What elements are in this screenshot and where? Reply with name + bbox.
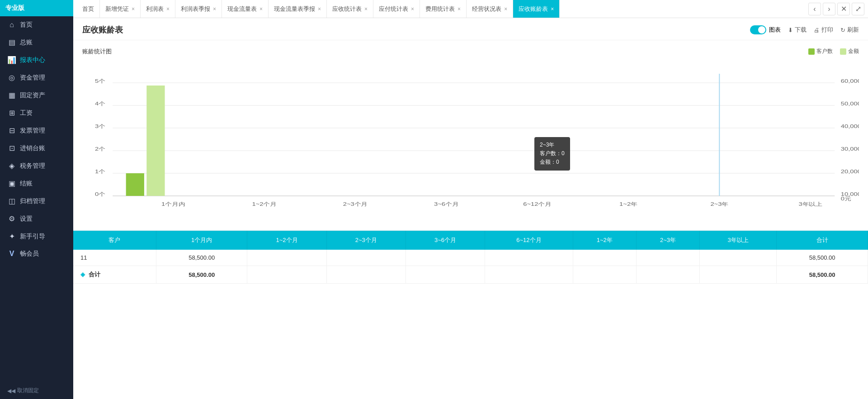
svg-text:3个: 3个 (95, 124, 105, 129)
tab-cashflow[interactable]: 现金流量表 × (222, 0, 269, 18)
svg-text:30,000.00元: 30,000.00元 (841, 146, 859, 152)
toggle-track[interactable] (750, 25, 766, 34)
sidebar-item-tax[interactable]: ◈ 税务管理 (0, 157, 73, 175)
cell-m12 (247, 250, 326, 266)
tab-ar-aging[interactable]: 应收账龄表 × (513, 0, 560, 18)
tab-cashflow-close[interactable]: × (259, 6, 263, 12)
tab-maximize-button[interactable]: ⤢ (852, 3, 864, 15)
cell-m612 (485, 250, 573, 266)
tab-profit-q-close[interactable]: × (213, 6, 216, 12)
tab-profit-q[interactable]: 利润表季报 × (175, 0, 222, 18)
cell-customer: 11 (73, 250, 156, 266)
tab-ar-aging-close[interactable]: × (551, 6, 554, 12)
sidebar-item-label: 固定资产 (20, 91, 45, 100)
tab-profit[interactable]: 利润表 × (141, 0, 175, 18)
svg-text:2个: 2个 (95, 146, 105, 152)
tab-business-close[interactable]: × (504, 6, 507, 12)
sidebar-item-label: 新手引导 (20, 233, 45, 241)
print-button[interactable]: 🖨 打印 (814, 26, 833, 34)
sidebar-item-settings[interactable]: ⚙ 设置 (0, 210, 73, 228)
tab-voucher-close[interactable]: × (132, 6, 135, 12)
tab-cashflow-q[interactable]: 现金流量表季报 × (269, 0, 327, 18)
sidebar-item-label: 工资 (20, 109, 33, 117)
tab-cashflow-label: 现金流量表 (227, 5, 257, 13)
sidebar-item-inventory[interactable]: ⊡ 进销台账 (0, 139, 73, 157)
tab-ap-stat[interactable]: 应付统计表 × (373, 0, 420, 18)
tab-expense-label: 费用统计表 (425, 5, 455, 13)
tab-profit-label: 利润表 (146, 5, 164, 13)
tab-bar: 首页 新增凭证 × 利润表 × 利润表季报 × 现金流量表 × 现金流量表季报 … (73, 0, 868, 18)
bar-amount-0 (146, 86, 165, 196)
th-y3plus: 3年以上 (700, 231, 777, 250)
payroll-icon: ⊞ (7, 109, 16, 117)
tab-home[interactable]: 首页 (77, 0, 100, 18)
refresh-label: 刷新 (847, 26, 859, 34)
sidebar-item-assets[interactable]: ▦ 固定资产 (0, 86, 73, 104)
cell-m36 (406, 250, 485, 266)
data-table: 客户 1个月内 1~2个月 2~3个月 3~6个月 6~12个月 1~2年 2~… (73, 231, 868, 284)
chart-toggle-label: 图表 (769, 26, 781, 34)
svg-text:4个: 4个 (95, 101, 105, 107)
archive-icon: ◫ (7, 197, 16, 205)
closing-icon: ▣ (7, 179, 16, 188)
sidebar-item-home[interactable]: ⌂ 首页 (0, 16, 73, 33)
tab-profit-close[interactable]: × (166, 6, 170, 12)
tab-voucher[interactable]: 新增凭证 × (100, 0, 141, 18)
legend-customer-count-color (808, 48, 815, 55)
tab-expense[interactable]: 费用统计表 × (420, 0, 467, 18)
total-y23 (636, 266, 699, 284)
tab-ar-stat[interactable]: 应收统计表 × (327, 0, 373, 18)
download-icon: ⬇ (788, 27, 793, 33)
sidebar: 专业版 ⌂ 首页 ▤ 总账 📊 报表中心 ◎ 资金管理 ▦ 固定资产 ⊞ 工资 … (0, 0, 73, 399)
sidebar-item-label: 设置 (20, 215, 33, 223)
th-total: 合计 (777, 231, 868, 250)
svg-text:0元: 0元 (841, 196, 851, 202)
page-header: 应收账龄表 图表 ⬇ 下载 🖨 打印 ↻ 刷新 (73, 18, 868, 40)
chart-toggle[interactable]: 图表 (750, 25, 781, 34)
sidebar-item-label: 资金管理 (20, 74, 45, 82)
invoices-icon: ⊟ (7, 126, 16, 135)
inventory-icon: ⊡ (7, 144, 16, 152)
svg-text:3~6个月: 3~6个月 (434, 201, 459, 207)
tab-business[interactable]: 经营状况表 × (467, 0, 513, 18)
svg-text:3年以上: 3年以上 (798, 201, 822, 207)
sidebar-item-guide[interactable]: ✦ 新手引导 (0, 228, 73, 245)
tab-close-all-button[interactable]: ✕ (837, 3, 850, 15)
svg-text:1个: 1个 (95, 169, 105, 175)
total-y12 (573, 266, 636, 284)
svg-text:20,000.00元: 20,000.00元 (841, 169, 859, 175)
guide-icon: ✦ (7, 232, 16, 241)
sidebar-item-payroll[interactable]: ⊞ 工资 (0, 104, 73, 122)
sidebar-item-invoices[interactable]: ⊟ 发票管理 (0, 122, 73, 139)
chart-legend: 客户数 金额 (808, 48, 859, 55)
th-y23: 2~3年 (636, 231, 699, 250)
tab-ap-stat-close[interactable]: × (411, 6, 414, 12)
tab-next-button[interactable]: › (823, 3, 835, 15)
tab-ar-stat-close[interactable]: × (364, 6, 368, 12)
bar-customer-0 (126, 173, 144, 196)
cell-total: 58,500.00 (777, 250, 868, 266)
download-button[interactable]: ⬇ 下载 (788, 26, 807, 34)
legend-customer-count-label: 客户数 (816, 48, 833, 55)
funds-icon: ◎ (7, 73, 16, 82)
refresh-button[interactable]: ↻ 刷新 (840, 26, 859, 34)
sidebar-item-vip[interactable]: V 畅会员 (0, 245, 73, 262)
sidebar-item-label: 报表中心 (20, 56, 45, 64)
collapse-label: 取消固定 (17, 387, 39, 394)
sidebar-item-label: 归档管理 (20, 197, 45, 205)
total-icon: ◈ (80, 271, 85, 278)
sidebar-item-archive[interactable]: ◫ 归档管理 (0, 192, 73, 210)
sidebar-item-ledger[interactable]: ▤ 总账 (0, 33, 73, 51)
tab-controls: ‹ › ✕ ⤢ (808, 3, 864, 15)
svg-text:1~2年: 1~2年 (619, 201, 637, 207)
sidebar-item-funds[interactable]: ◎ 资金管理 (0, 69, 73, 86)
tab-voucher-label: 新增凭证 (105, 5, 129, 13)
sidebar-item-reports[interactable]: 📊 报表中心 (0, 51, 73, 69)
tab-expense-close[interactable]: × (458, 6, 461, 12)
tab-cashflow-q-close[interactable]: × (318, 6, 321, 12)
total-m23 (326, 266, 406, 284)
collapse-button[interactable]: ◀◀ 取消固定 (0, 382, 73, 399)
collapse-icon: ◀◀ (7, 388, 15, 394)
sidebar-item-closing[interactable]: ▣ 结账 (0, 175, 73, 192)
tab-prev-button[interactable]: ‹ (808, 3, 821, 15)
